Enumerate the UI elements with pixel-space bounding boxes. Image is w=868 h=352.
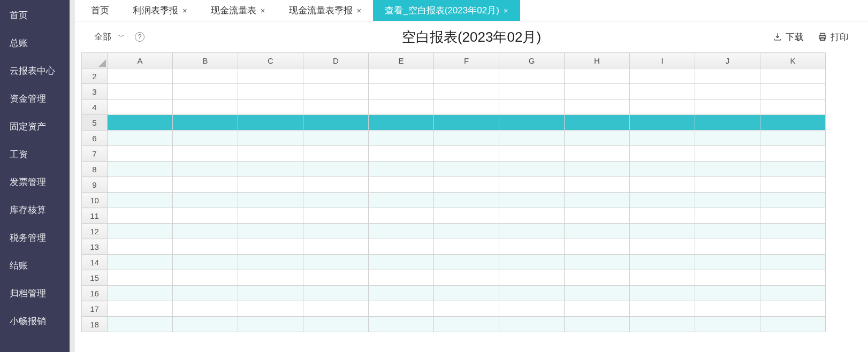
column-header[interactable]: K [760,53,826,68]
cell[interactable] [369,177,434,193]
cell[interactable] [303,270,369,286]
cell[interactable] [369,131,434,146]
cell[interactable] [108,239,173,255]
cell[interactable] [434,162,499,177]
cell[interactable] [760,131,826,146]
column-header[interactable]: I [630,53,695,68]
cell[interactable] [369,317,434,332]
close-icon[interactable]: × [182,6,187,15]
cell[interactable] [499,115,565,131]
sidebar-item-closing[interactable]: 结账 [0,251,70,279]
cell[interactable] [565,100,630,115]
row-header[interactable]: 2 [82,68,108,84]
cell[interactable] [630,224,695,239]
cell[interactable] [630,270,695,286]
cell[interactable] [238,255,303,270]
cell[interactable] [173,68,238,84]
cell[interactable] [434,131,499,146]
cell[interactable] [499,146,565,162]
cell[interactable] [760,177,826,193]
cell[interactable] [369,301,434,317]
cell[interactable] [369,239,434,255]
cell[interactable] [303,115,369,131]
column-header[interactable]: J [695,53,760,68]
row-header[interactable]: 6 [82,131,108,146]
sidebar-item-home[interactable]: 首页 [0,1,70,29]
column-header[interactable]: C [238,53,303,68]
row-header[interactable]: 10 [82,193,108,208]
cell[interactable] [565,177,630,193]
cell[interactable] [565,162,630,177]
row-header[interactable]: 16 [82,286,108,301]
cell[interactable] [565,239,630,255]
cell[interactable] [108,317,173,332]
row-header[interactable]: 4 [82,100,108,115]
cell[interactable] [108,193,173,208]
cell[interactable] [760,224,826,239]
cell[interactable] [173,255,238,270]
cell[interactable] [630,255,695,270]
cell[interactable] [695,255,760,270]
cell[interactable] [565,68,630,84]
cell[interactable] [434,317,499,332]
cell[interactable] [760,301,826,317]
row-header[interactable]: 3 [82,84,108,100]
cell[interactable] [173,317,238,332]
sidebar-item-ledger[interactable]: 总账 [0,29,70,57]
cell[interactable] [434,208,499,224]
cell[interactable] [695,317,760,332]
cell[interactable] [173,115,238,131]
cell[interactable] [238,270,303,286]
cell[interactable] [760,146,826,162]
row-header[interactable]: 5 [82,115,108,131]
cell[interactable] [499,317,565,332]
tab-view-blank-report[interactable]: 查看_空白报表(2023年02月)× [373,0,520,21]
cell[interactable] [238,146,303,162]
row-header[interactable]: 15 [82,270,108,286]
cell[interactable] [303,255,369,270]
cell[interactable] [303,146,369,162]
cell[interactable] [695,286,760,301]
row-header[interactable]: 13 [82,239,108,255]
cell[interactable] [760,100,826,115]
cell[interactable] [499,301,565,317]
close-icon[interactable]: × [261,6,265,15]
cell[interactable] [303,239,369,255]
cell[interactable] [499,177,565,193]
cell[interactable] [499,270,565,286]
cell[interactable] [434,68,499,84]
cell[interactable] [695,301,760,317]
help-icon[interactable]: ? [135,32,144,42]
cell[interactable] [173,286,238,301]
cell[interactable] [565,131,630,146]
cell[interactable] [303,68,369,84]
cell[interactable] [695,177,760,193]
cell[interactable] [695,224,760,239]
cell[interactable] [499,193,565,208]
cell[interactable] [434,301,499,317]
cell[interactable] [303,317,369,332]
cell[interactable] [760,115,826,131]
cell[interactable] [238,239,303,255]
cell[interactable] [303,286,369,301]
cell[interactable] [238,84,303,100]
cell[interactable] [108,115,173,131]
cell[interactable] [303,193,369,208]
tab-cashflow[interactable]: 现金流量表× [199,0,277,21]
cell[interactable] [695,146,760,162]
cell[interactable] [630,286,695,301]
sidebar-item-inventory[interactable]: 库存核算 [0,196,70,224]
cell[interactable] [238,224,303,239]
cell[interactable] [695,270,760,286]
sidebar-item-salary[interactable]: 工资 [0,140,70,168]
row-header[interactable]: 14 [82,255,108,270]
cell[interactable] [695,131,760,146]
cell[interactable] [695,100,760,115]
cell[interactable] [434,177,499,193]
cell[interactable] [369,286,434,301]
cell[interactable] [173,162,238,177]
cell[interactable] [630,301,695,317]
cell[interactable] [760,208,826,224]
cell[interactable] [173,84,238,100]
cell[interactable] [108,255,173,270]
